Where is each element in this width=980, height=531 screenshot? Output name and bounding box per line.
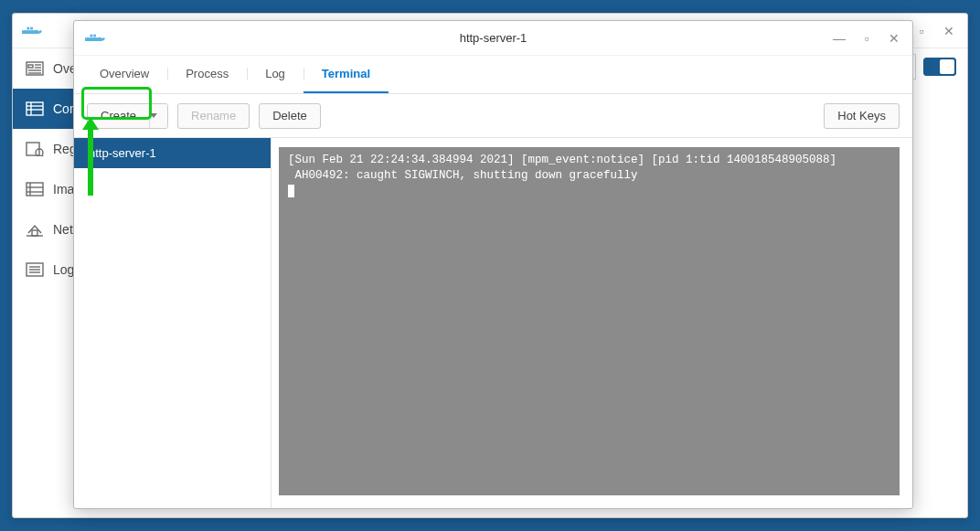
terminal-cursor: [288, 185, 294, 197]
network-icon: [26, 221, 44, 238]
modal-maximize-button[interactable]: ▫: [854, 28, 879, 48]
button-label: Rename: [191, 109, 236, 122]
create-button[interactable]: Create: [87, 103, 168, 129]
bg-close-button[interactable]: ✕: [936, 21, 962, 41]
sidebar-item-label: Log: [53, 262, 74, 277]
terminal-line: AH00492: caught SIGWINCH, shutting down …: [288, 169, 638, 182]
overview-icon: [26, 60, 44, 77]
svg-rect-32: [91, 34, 93, 37]
tab-label: Log: [265, 67, 285, 80]
docker-icon: [85, 31, 105, 46]
terminal-output[interactable]: [Sun Feb 21 22:24:34.384994 2021] [mpm_e…: [279, 147, 900, 495]
container-detail-window: http-server-1 — ▫ ✕ Overview Process Log…: [73, 20, 913, 509]
container-icon: [26, 101, 44, 117]
tab-overview[interactable]: Overview: [81, 56, 167, 93]
svg-rect-7: [28, 65, 33, 68]
create-dropdown-caret[interactable]: [149, 104, 167, 128]
modal-title: http-server-1: [460, 31, 527, 45]
svg-rect-4: [30, 27, 33, 29]
tab-process[interactable]: Process: [167, 56, 247, 93]
delete-button[interactable]: Delete: [259, 103, 321, 129]
tab-label: Process: [186, 67, 229, 80]
svg-rect-33: [93, 34, 96, 37]
svg-rect-23: [32, 230, 37, 236]
modal-close-button[interactable]: ✕: [881, 28, 907, 48]
tab-log[interactable]: Log: [247, 56, 304, 93]
rename-button[interactable]: Rename: [177, 103, 250, 129]
hotkeys-button[interactable]: Hot Keys: [824, 103, 900, 129]
button-label: Delete: [272, 109, 307, 122]
toolbar: Create Rename Delete Hot Keys: [74, 94, 912, 138]
container-toggle[interactable]: [923, 58, 956, 76]
session-label: http-server-1: [89, 146, 156, 160]
create-button-label: Create: [88, 104, 149, 128]
docker-icon: [22, 24, 42, 38]
tab-label: Terminal: [322, 67, 370, 80]
button-label: Hot Keys: [837, 109, 886, 122]
terminal-line: [Sun Feb 21 22:24:34.384994 2021] [mpm_e…: [288, 154, 836, 166]
registry-icon: [26, 141, 44, 157]
log-icon: [26, 261, 44, 278]
session-item[interactable]: http-server-1: [74, 138, 271, 168]
svg-rect-12: [27, 102, 43, 115]
modal-titlebar: http-server-1 — ▫ ✕: [74, 21, 912, 56]
svg-line-18: [42, 155, 44, 156]
tabs: Overview Process Log Terminal: [74, 56, 912, 94]
tab-terminal[interactable]: Terminal: [304, 56, 389, 93]
terminal-session-list: http-server-1: [74, 138, 272, 508]
body-area: http-server-1 [Sun Feb 21 22:24:34.38499…: [74, 138, 912, 508]
image-icon: [26, 181, 44, 197]
tab-label: Overview: [100, 67, 149, 80]
svg-rect-19: [27, 183, 43, 196]
svg-rect-3: [27, 27, 30, 29]
modal-minimize-button[interactable]: —: [826, 28, 852, 48]
